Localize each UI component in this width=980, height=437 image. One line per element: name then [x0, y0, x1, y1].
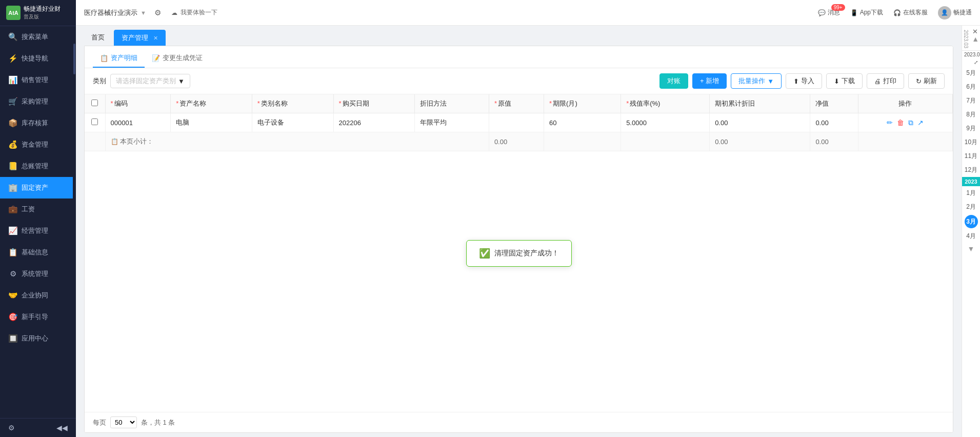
toast-success: ✅ 清理固定资产成功！ — [466, 240, 572, 267]
sidebar-item-operations[interactable]: 📈 经营管理 — [0, 220, 73, 242]
tab-asset-mgmt[interactable]: 资产管理 ✕ — [114, 30, 166, 46]
batch-ops-button[interactable]: 批量操作 ▼ — [731, 73, 782, 89]
col-header-residual-rate: *残值率(%) — [621, 94, 710, 113]
row-checkbox[interactable] — [91, 118, 98, 125]
refresh-button[interactable]: ↻ 刷新 — [908, 73, 945, 89]
sidebar-item-inventory[interactable]: 📦 库存核算 — [0, 112, 73, 134]
sidebar-item-enterprise[interactable]: 🤝 企业协同 — [0, 285, 73, 306]
sidebar-item-payroll[interactable]: 💼 工资 — [0, 198, 73, 220]
settings-icon[interactable]: ⚙ — [8, 424, 15, 432]
inner-page: 📋 资产明细 📝 变更生成凭证 类别 请选择固定资产类别 ▼ — [84, 46, 953, 433]
company-settings-icon[interactable]: ⚙ — [154, 8, 161, 17]
sidebar-item-funds[interactable]: 💰 资金管理 — [0, 134, 73, 155]
cell-residual-rate: 5.0000 — [621, 113, 710, 132]
sidebar-item-sales[interactable]: 📊 销售管理 — [0, 69, 73, 91]
month-9[interactable]: 9月 — [962, 122, 980, 135]
app-name: 畅捷通好业财 — [24, 5, 61, 13]
month-6[interactable]: 6月 — [962, 80, 980, 94]
app-logo-text: 畅捷通好业财 普及版 — [24, 5, 61, 21]
table-row: 000001 电脑 电子设备 202206 年限平均 60 5.0000 0.0… — [85, 113, 953, 132]
page-content: 首页 资产管理 ✕ 📋 资产明细 📝 变更生成凭证 — [76, 26, 962, 437]
month-11[interactable]: 11月 — [962, 149, 980, 163]
select-all-checkbox[interactable] — [91, 100, 98, 106]
asset-detail-tab-icon: 📋 — [100, 54, 108, 62]
download-button[interactable]: ⬇ 下载 — [826, 73, 863, 89]
payroll-icon: 💼 — [8, 205, 17, 214]
col-header-net-value: 净值 — [810, 94, 858, 113]
month-7[interactable]: 7月 — [962, 94, 980, 108]
sidebar-item-fixed-assets[interactable]: 🏢 固定资产 — [0, 177, 73, 198]
month-10[interactable]: 10月 — [962, 135, 980, 149]
service-icon: 🎧 — [893, 9, 901, 16]
month-2[interactable]: 2月 — [962, 200, 980, 214]
right-panel-down-arrow[interactable]: ▼ — [968, 243, 975, 254]
system-icon: ⚙ — [8, 269, 17, 279]
month-4[interactable]: 4月 — [962, 229, 980, 243]
change-voucher-tab-icon: 📝 — [152, 54, 160, 62]
cell-name: 电脑 — [171, 113, 252, 132]
sidebar-scrollbar[interactable] — [73, 26, 76, 418]
reconcile-button[interactable]: 对账 — [659, 73, 688, 89]
sidebar-item-purchase[interactable]: 🛒 采购管理 — [0, 91, 73, 112]
edit-icon[interactable]: ✏ — [887, 118, 893, 127]
tab-home[interactable]: 首页 — [84, 30, 112, 46]
print-button[interactable]: 🖨 打印 — [867, 73, 904, 89]
month-8[interactable]: 8月 — [962, 108, 980, 122]
user-profile[interactable]: 👤 畅捷通 — [938, 6, 972, 19]
per-page-select[interactable]: 50 100 200 — [110, 416, 137, 428]
sub-tab-asset-detail[interactable]: 📋 资产明细 — [93, 50, 145, 68]
toolbar-actions: 对账 + 新增 批量操作 ▼ ⬆ 导入 — [659, 73, 945, 89]
messages-button[interactable]: 💬 消息 99+ — [818, 8, 840, 17]
import-button[interactable]: ⬆ 导入 — [786, 73, 822, 89]
category-filter-select[interactable]: 请选择固定资产类别 ▼ — [110, 74, 190, 88]
current-year-label[interactable]: 2023 — [962, 177, 980, 186]
assets-table: *编码 *资产名称 *类别名称 *购买日期 折旧方法 *原值 *期限(月) *残… — [85, 94, 953, 151]
tab-close-icon[interactable]: ✕ — [153, 35, 158, 41]
sidebar-item-system[interactable]: ⚙ 系统管理 — [0, 263, 73, 285]
row-op-icons: ✏ 🗑 ⧉ ↗ — [864, 118, 947, 127]
new-button[interactable]: + 新增 — [692, 73, 727, 89]
col-header-depreciation-method: 折旧方法 — [415, 94, 489, 113]
expand-icon[interactable]: ⤢ — [974, 59, 978, 65]
month-5[interactable]: 5月 — [962, 66, 980, 80]
more-icon[interactable]: ↗ — [917, 118, 924, 127]
col-header-checkbox — [85, 94, 105, 113]
sidebar-item-app-center[interactable]: 🔲 应用中心 — [0, 328, 73, 349]
sales-icon: 📊 — [8, 75, 17, 85]
online-service-button[interactable]: 🎧 在线客服 — [893, 8, 928, 17]
enterprise-icon: 🤝 — [8, 291, 17, 300]
right-panel-header-text: 2023.03 — [964, 52, 980, 57]
collapse-icon[interactable]: ◀◀ — [56, 424, 68, 432]
month-1[interactable]: 1月 — [962, 186, 980, 200]
subtotal-row: 📋 本页小计： 0.00 0.00 0.00 — [85, 132, 953, 151]
basic-info-icon: 📋 — [8, 248, 17, 257]
sidebar-item-search[interactable]: 🔍 搜索菜单 — [0, 26, 73, 48]
col-header-operations: 操作 — [858, 94, 952, 113]
toast-message: 清理固定资产成功！ — [494, 249, 559, 258]
experience-button[interactable]: ☁ 我要体验一下 — [171, 8, 217, 17]
delete-icon[interactable]: 🗑 — [897, 118, 904, 127]
sidebar-item-quicknav[interactable]: ⚡ 快捷导航 — [0, 48, 73, 69]
sidebar: AtA 畅捷通好业财 普及版 🔍 搜索菜单 ⚡ 快捷导航 📊 销售管理 🛒 采购… — [0, 0, 76, 437]
page-footer: 每页 50 100 200 条，共 1 条 — [85, 412, 953, 432]
month-3-active[interactable]: 3月 — [965, 215, 978, 228]
topbar: 医疗器械行业演示 ▼ ⚙ ☁ 我要体验一下 💬 消息 99+ 📱 App下载 🎧… — [76, 0, 980, 26]
sidebar-item-guide[interactable]: 🎯 新手引导 — [0, 306, 73, 328]
total-count: 条，共 1 条 — [141, 418, 175, 427]
month-12[interactable]: 12月 — [962, 163, 980, 177]
copy-icon[interactable]: ⧉ — [908, 118, 913, 127]
company-selector[interactable]: 医疗器械行业演示 ▼ — [84, 8, 146, 17]
avatar: 👤 — [938, 6, 951, 19]
sidebar-item-ledger[interactable]: 📒 总账管理 — [0, 155, 73, 177]
category-filter-label: 类别 — [93, 76, 106, 86]
right-panel-year-label: 2023.03 — [963, 30, 969, 48]
right-panel-close-button[interactable]: ✕ — [972, 28, 978, 35]
sub-tab-change-voucher[interactable]: 📝 变更生成凭证 — [145, 50, 210, 68]
app-download-button[interactable]: 📱 App下载 — [850, 8, 883, 17]
sidebar-item-basic-info[interactable]: 📋 基础信息 — [0, 242, 73, 263]
batch-ops-arrow: ▼ — [767, 77, 774, 85]
subtotal-net: 0.00 — [810, 132, 858, 151]
download-icon: ⬇ — [834, 77, 839, 85]
right-panel: 2023.03 ▲ 2023.03 ✕ ⤢ 5月 6月 7月 8月 9月 10月… — [962, 26, 980, 437]
messages-icon: 💬 — [818, 9, 826, 16]
